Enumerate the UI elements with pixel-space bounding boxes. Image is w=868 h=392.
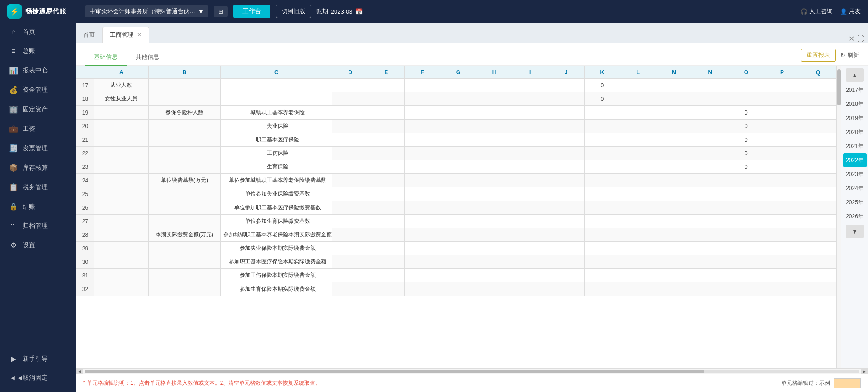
sub-tab-basic[interactable]: 基础信息 <box>85 49 127 66</box>
cell-col-k[interactable]: 0 <box>584 79 620 92</box>
cell-col-k[interactable] <box>584 255 620 269</box>
cell-col-l[interactable] <box>620 147 656 160</box>
cell-col-d[interactable] <box>332 147 368 160</box>
sidebar-item-settings[interactable]: ⚙ 设置 <box>0 235 76 255</box>
cell-col-k[interactable] <box>584 187 620 201</box>
cell-col-b[interactable] <box>148 187 221 201</box>
spreadsheet-wrapper[interactable]: A B C D E F G H I J K L M <box>76 66 836 368</box>
cell-col-i[interactable] <box>512 269 548 282</box>
cell-col-j[interactable] <box>548 242 585 255</box>
cell-col-o[interactable] <box>728 242 764 255</box>
cell-col-d[interactable] <box>332 106 368 120</box>
cell-col-g[interactable] <box>440 242 476 255</box>
cell-col-q[interactable] <box>800 160 836 174</box>
cell-col-c[interactable] <box>221 79 332 92</box>
cell-col-q[interactable] <box>800 269 836 282</box>
tab-home[interactable]: 首页 <box>76 27 102 43</box>
reset-button[interactable]: 重置报表 <box>801 49 836 62</box>
cell-col-h[interactable] <box>476 201 512 215</box>
cell-col-h[interactable] <box>476 174 512 187</box>
cell-col-i[interactable] <box>512 147 548 160</box>
cell-col-l[interactable] <box>620 228 656 242</box>
cell-col-c[interactable]: 职工基本医疗保险 <box>221 133 332 147</box>
cell-col-d[interactable] <box>332 120 368 133</box>
cell-col-g[interactable] <box>440 228 476 242</box>
close-window-icon[interactable]: ✕ <box>849 34 854 43</box>
cell-col-p[interactable] <box>764 106 800 120</box>
cell-col-o[interactable] <box>728 92 764 106</box>
cell-col-p[interactable] <box>764 201 800 215</box>
cell-col-e[interactable] <box>368 147 405 160</box>
cell-col-h[interactable] <box>476 79 512 92</box>
cell-col-n[interactable] <box>692 174 728 187</box>
cell-col-i[interactable] <box>512 201 548 215</box>
cell-col-d[interactable] <box>332 174 368 187</box>
cell-col-j[interactable] <box>548 92 585 106</box>
cell-col-q[interactable] <box>800 79 836 92</box>
cell-col-m[interactable] <box>656 79 692 92</box>
sidebar-item-tax[interactable]: 📋 税务管理 <box>0 177 76 197</box>
cell-col-d[interactable] <box>332 79 368 92</box>
cell-col-g[interactable] <box>440 174 476 187</box>
cell-col-g[interactable] <box>440 269 476 282</box>
cell-col-m[interactable] <box>656 106 692 120</box>
cell-col-l[interactable] <box>620 255 656 269</box>
cell-col-c[interactable]: 参加工伤保险本期实际缴费金额 <box>221 269 332 282</box>
cell-col-m[interactable] <box>656 269 692 282</box>
cell-col-o[interactable]: 0 <box>728 120 764 133</box>
cell-col-m[interactable] <box>656 160 692 174</box>
cell-col-l[interactable] <box>620 215 656 228</box>
cell-col-h[interactable] <box>476 187 512 201</box>
cell-col-l[interactable] <box>620 174 656 187</box>
cell-col-o[interactable] <box>728 255 764 269</box>
cell-col-b[interactable] <box>148 160 221 174</box>
cell-col-p[interactable] <box>764 92 800 106</box>
cell-col-k[interactable] <box>584 269 620 282</box>
cell-col-e[interactable] <box>368 215 405 228</box>
cell-col-e[interactable] <box>368 282 405 296</box>
h-scroll-thumb[interactable] <box>85 370 704 373</box>
cell-col-e[interactable] <box>368 120 405 133</box>
cell-col-g[interactable] <box>440 201 476 215</box>
cell-col-a[interactable] <box>94 133 148 147</box>
cell-col-j[interactable] <box>548 215 585 228</box>
cell-col-p[interactable] <box>764 133 800 147</box>
tab-close-icon[interactable]: ✕ <box>137 32 142 38</box>
cell-col-b[interactable] <box>148 215 221 228</box>
sidebar-item-inventory[interactable]: 📦 库存核算 <box>0 158 76 177</box>
cell-col-e[interactable] <box>368 79 405 92</box>
cell-col-c[interactable]: 单位参加生育保险缴费基数 <box>221 215 332 228</box>
cell-col-l[interactable] <box>620 79 656 92</box>
cell-col-c[interactable]: 工伤保险 <box>221 147 332 160</box>
cell-col-q[interactable] <box>800 106 836 120</box>
expand-icon[interactable]: ⛶ <box>857 35 864 43</box>
cell-col-f[interactable] <box>404 133 440 147</box>
sidebar-item-close[interactable]: 🔒 结账 <box>0 197 76 216</box>
cell-col-c[interactable] <box>221 92 332 106</box>
sidebar-item-home[interactable]: ⌂ 首页 <box>0 23 76 42</box>
year-item[interactable]: 2021年 <box>843 139 867 153</box>
cell-col-i[interactable] <box>512 215 548 228</box>
cell-col-j[interactable] <box>548 228 585 242</box>
cell-col-e[interactable] <box>368 255 405 269</box>
sidebar-item-report[interactable]: 📊 报表中心 <box>0 61 76 80</box>
cell-col-n[interactable] <box>692 106 728 120</box>
cell-col-e[interactable] <box>368 228 405 242</box>
year-item[interactable]: 2019年 <box>843 111 867 125</box>
cell-col-a[interactable] <box>94 147 148 160</box>
cell-col-c[interactable]: 生育保险 <box>221 160 332 174</box>
cell-col-o[interactable]: 0 <box>728 133 764 147</box>
cell-col-f[interactable] <box>404 269 440 282</box>
cell-col-h[interactable] <box>476 228 512 242</box>
cell-col-a[interactable] <box>94 228 148 242</box>
cell-col-a[interactable] <box>94 242 148 255</box>
cell-col-h[interactable] <box>476 133 512 147</box>
cell-col-i[interactable] <box>512 242 548 255</box>
cell-col-f[interactable] <box>404 147 440 160</box>
cell-col-e[interactable] <box>368 174 405 187</box>
h-scroll-right-arrow[interactable]: ► <box>861 369 868 374</box>
year-item[interactable]: 2022年 <box>843 153 867 167</box>
cell-col-e[interactable] <box>368 242 405 255</box>
cell-col-n[interactable] <box>692 187 728 201</box>
cell-col-p[interactable] <box>764 174 800 187</box>
